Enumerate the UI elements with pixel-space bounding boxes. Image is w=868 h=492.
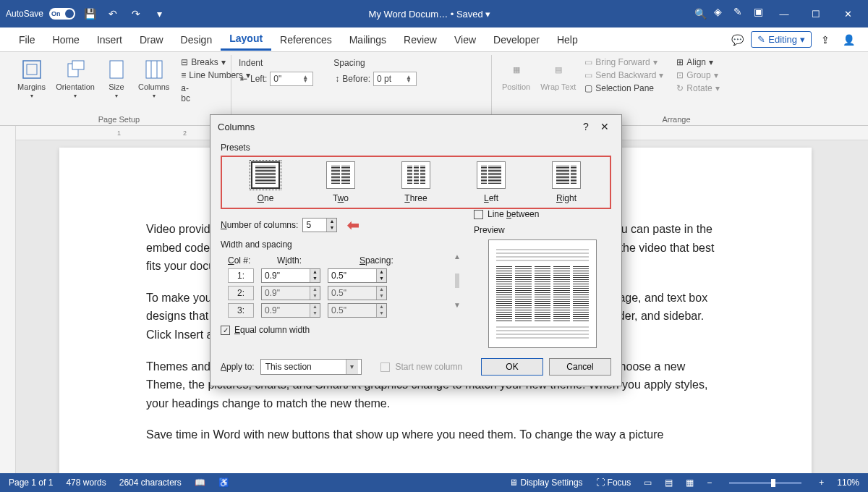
- width-spacing-label: Width and spacing: [221, 239, 461, 250]
- spacing-before-row: ↕ Before: 0 pt▲▼: [333, 71, 418, 87]
- tab-home[interactable]: Home: [44, 30, 88, 50]
- spacing-label: Spacing: [333, 58, 418, 68]
- tab-review[interactable]: Review: [395, 30, 446, 50]
- ribbon-tabs: File Home Insert Draw Design Layout Refe…: [0, 27, 868, 52]
- maximize-button[interactable]: ☐: [801, 3, 830, 25]
- char-count[interactable]: 2604 characters: [119, 478, 182, 488]
- columns-button[interactable]: Columns▾: [135, 56, 172, 101]
- tab-help[interactable]: Help: [548, 30, 587, 50]
- presets-highlight: One Two Three Left Right: [221, 156, 611, 209]
- spacing-input-1[interactable]: 0.5"▲▼: [328, 268, 387, 283]
- undo-icon[interactable]: ↶: [104, 5, 122, 22]
- autosave-toggle[interactable]: On: [49, 8, 75, 20]
- editing-mode-button[interactable]: ✎ Editing ▾: [751, 31, 812, 48]
- col-num-header: Col #:: [228, 255, 254, 266]
- zoom-level[interactable]: 110%: [837, 478, 859, 488]
- autosave-label: AutoSave: [6, 9, 43, 19]
- group-button: ⊡ Group ▾: [675, 69, 720, 81]
- preset-right[interactable]: Right: [552, 161, 581, 203]
- window-icon[interactable]: ▣: [749, 3, 767, 20]
- preview-box: [488, 239, 597, 348]
- tab-design[interactable]: Design: [172, 30, 221, 50]
- tab-insert[interactable]: Insert: [88, 30, 131, 50]
- close-button[interactable]: ✕: [833, 3, 862, 25]
- paragraph: Save time in Word with new buttons that …: [146, 425, 725, 444]
- apply-to-label: Apply to:: [221, 362, 255, 372]
- svg-rect-3: [72, 61, 84, 69]
- size-button[interactable]: Size▾: [102, 56, 131, 101]
- read-mode-icon[interactable]: ▭: [644, 478, 652, 488]
- indent-label: Indent: [239, 58, 315, 68]
- dialog-title: Columns: [218, 122, 255, 132]
- apply-to-select[interactable]: This section: [260, 359, 362, 375]
- print-layout-icon[interactable]: ▤: [665, 478, 673, 488]
- tab-references[interactable]: References: [271, 30, 341, 50]
- diamond-icon[interactable]: ◈: [709, 3, 726, 20]
- orientation-button[interactable]: Orientation▾: [53, 56, 98, 101]
- tab-developer[interactable]: Developer: [485, 30, 548, 50]
- tab-mailings[interactable]: Mailings: [341, 30, 395, 50]
- presets-label: Presets: [221, 143, 611, 153]
- comments-icon[interactable]: 💬: [728, 31, 746, 48]
- columns-icon: [142, 58, 166, 81]
- spin-down-icon[interactable]: ▼: [327, 225, 336, 232]
- position-button: ▦Position: [499, 56, 533, 93]
- spacing-before-input[interactable]: 0 pt▲▼: [373, 72, 417, 86]
- dialog-help-button[interactable]: ?: [576, 121, 595, 132]
- spelling-icon[interactable]: 📖: [195, 478, 205, 488]
- ok-button[interactable]: OK: [481, 358, 543, 376]
- preset-three[interactable]: Three: [401, 161, 430, 203]
- equal-width-label: Equal column width: [234, 325, 310, 335]
- indent-left-input[interactable]: 0"▲▼: [270, 72, 313, 86]
- tab-file[interactable]: File: [10, 30, 44, 50]
- search-icon[interactable]: 🔍: [692, 5, 709, 22]
- accessibility-icon[interactable]: ♿: [218, 478, 229, 488]
- line-between-checkbox[interactable]: [474, 210, 483, 219]
- num-columns-input[interactable]: 5 ▲▼: [302, 218, 337, 232]
- page-status[interactable]: Page 1 of 1: [9, 478, 53, 488]
- spacing-input-3: 0.5"▲▼: [328, 303, 387, 318]
- ws-scroll[interactable]: ▲▼: [454, 253, 461, 309]
- callout-arrow-icon: ⬅: [347, 216, 359, 234]
- indent-left-row: ⇤ Left: 0"▲▼: [239, 71, 315, 87]
- margins-button[interactable]: Margins▾: [14, 56, 48, 101]
- dialog-close-button[interactable]: ✕: [595, 121, 614, 132]
- ws-row-1: 1: 0.9"▲▼ 0.5"▲▼: [228, 268, 449, 283]
- zoom-in-button[interactable]: +: [819, 478, 824, 488]
- share-icon[interactable]: ⇪: [816, 31, 835, 48]
- vertical-ruler: [0, 126, 16, 473]
- tab-layout[interactable]: Layout: [221, 28, 271, 51]
- tab-view[interactable]: View: [446, 30, 485, 50]
- minimize-button[interactable]: —: [770, 3, 799, 25]
- preset-two[interactable]: Two: [326, 161, 355, 203]
- zoom-out-button[interactable]: −: [707, 478, 712, 488]
- qat-dropdown-icon[interactable]: ▾: [150, 5, 168, 22]
- spin-up-icon[interactable]: ▲: [327, 219, 336, 225]
- save-icon[interactable]: 💾: [81, 5, 98, 22]
- equal-width-checkbox[interactable]: ✓: [221, 326, 230, 335]
- align-button[interactable]: ⊞ Align ▾: [675, 56, 720, 68]
- display-settings-button[interactable]: 🖥 Display Settings: [509, 478, 583, 488]
- redo-icon[interactable]: ↷: [127, 5, 145, 22]
- word-count[interactable]: 478 words: [66, 478, 106, 488]
- focus-button[interactable]: ⛶ Focus: [596, 478, 631, 488]
- document-title: My Word Docum… • Saved ▾: [168, 9, 692, 20]
- selection-pane-button[interactable]: ▢ Selection Pane: [583, 82, 665, 94]
- tab-draw[interactable]: Draw: [131, 30, 172, 50]
- ws-row-3: 3: 0.9"▲▼ 0.5"▲▼: [228, 303, 449, 318]
- wand-icon[interactable]: ✎: [729, 3, 746, 20]
- cancel-button[interactable]: Cancel: [549, 358, 611, 376]
- bring-forward-button: ▭ Bring Forward ▾: [583, 56, 665, 68]
- width-input-3: 0.9"▲▼: [261, 303, 320, 318]
- zoom-slider[interactable]: [729, 482, 801, 484]
- account-icon[interactable]: 👤: [839, 31, 858, 48]
- preset-one[interactable]: One: [251, 161, 280, 203]
- position-icon: ▦: [505, 58, 528, 81]
- svg-rect-4: [110, 61, 123, 78]
- preset-left[interactable]: Left: [477, 161, 506, 203]
- width-input-1[interactable]: 0.9"▲▼: [261, 268, 320, 283]
- size-icon: [105, 58, 128, 81]
- web-layout-icon[interactable]: ▦: [686, 478, 694, 488]
- svg-rect-1: [27, 64, 37, 75]
- line-between-label: Line between: [488, 209, 539, 219]
